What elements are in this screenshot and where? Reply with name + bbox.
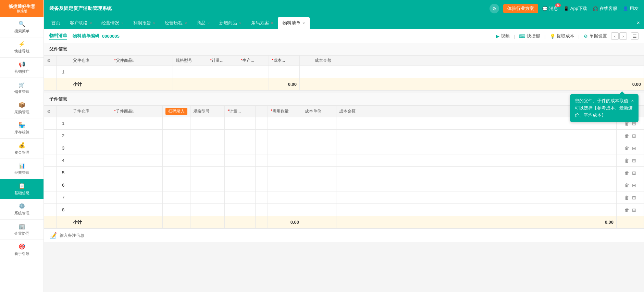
child-row4-warehouse[interactable] xyxy=(70,154,111,167)
topbar-settings-icon[interactable]: ⚙ xyxy=(490,4,499,13)
child-row1-quantity[interactable] xyxy=(225,117,256,130)
child-row4-product[interactable] xyxy=(111,154,163,167)
child-row4-spec[interactable] xyxy=(190,154,225,167)
nav-tab-profit[interactable]: 利润报告× xyxy=(128,17,160,29)
child-row2-warehouse[interactable] xyxy=(70,130,111,142)
shortcut-action[interactable]: ⌨ 快捷键 xyxy=(519,33,540,39)
child-row8-needed[interactable] xyxy=(268,204,302,216)
sidebar-item-basic-info[interactable]: 📋基础信息 xyxy=(0,179,44,199)
parent-row1-quantity[interactable] xyxy=(207,66,238,78)
child-row7-needed[interactable] xyxy=(268,191,302,204)
child-row3-spec[interactable] xyxy=(190,142,225,154)
child-row1-warehouse[interactable] xyxy=(70,117,111,130)
child-row7-product[interactable] xyxy=(111,191,163,204)
delete-icon-row6[interactable]: 🗑 xyxy=(624,183,629,188)
nav-tab-products[interactable]: 商品× xyxy=(192,17,214,29)
online-service-action[interactable]: 🎧 在线客服 xyxy=(593,5,617,12)
sidebar-item-capital[interactable]: 💰资金管理 xyxy=(0,139,44,159)
sidebar-item-enterprise[interactable]: 🏢企业协同 xyxy=(0,220,44,240)
child-row4-quantity[interactable] xyxy=(225,154,256,167)
sidebar-item-guide[interactable]: 🎯新手引导 xyxy=(0,240,44,260)
copy-icon-row4[interactable]: ⊞ xyxy=(632,158,636,163)
copy-icon-row3[interactable]: ⊞ xyxy=(632,145,636,151)
child-row8-quantity[interactable] xyxy=(225,204,256,216)
sub-tab-bom-list[interactable]: 物料清单 xyxy=(49,32,67,40)
child-row7-quantity[interactable] xyxy=(225,191,256,204)
delete-icon-row4[interactable]: 🗑 xyxy=(624,158,629,163)
list-view-icon[interactable]: ☰ xyxy=(631,32,639,40)
child-row5-warehouse[interactable] xyxy=(70,167,111,179)
parent-row1-cost[interactable] xyxy=(269,66,300,78)
child-row3-quantity[interactable] xyxy=(225,142,256,154)
child-row1-product[interactable] xyxy=(111,117,163,130)
user-action[interactable]: 👤 用友 xyxy=(623,5,639,12)
close-all-tabs[interactable]: × xyxy=(635,19,641,27)
child-row5-unit-cost[interactable] xyxy=(302,167,336,179)
child-row5-spec[interactable] xyxy=(190,167,225,179)
parent-row1-product[interactable] xyxy=(111,66,173,78)
sidebar-item-inventory[interactable]: 🏪库存核算 xyxy=(0,118,44,139)
delete-icon-row3[interactable]: 🗑 xyxy=(624,145,629,151)
child-row7-warehouse[interactable] xyxy=(70,191,111,204)
delete-icon-row5[interactable]: 🗑 xyxy=(624,170,629,176)
nav-tab-close-bom[interactable]: × xyxy=(302,21,305,25)
sidebar-item-quick-nav[interactable]: ⚡快捷导航 xyxy=(0,37,44,58)
nav-tab-history[interactable]: 经营历程× xyxy=(160,17,191,29)
child-row6-needed[interactable] xyxy=(268,179,302,191)
trial-button[interactable]: 体验行业方案 xyxy=(503,4,538,13)
sidebar-item-system[interactable]: ⚙️系统管理 xyxy=(0,199,44,220)
nav-tab-operations[interactable]: 经营情况× xyxy=(97,17,128,29)
child-row3-warehouse[interactable] xyxy=(70,142,111,154)
child-row5-needed[interactable] xyxy=(268,167,302,179)
child-row8-spec[interactable] xyxy=(190,204,225,216)
delete-icon-row2[interactable]: 🗑 xyxy=(624,133,629,139)
child-row6-product[interactable] xyxy=(111,179,163,191)
copy-icon-row5[interactable]: ⊞ xyxy=(632,170,636,176)
child-row8-unit-cost[interactable] xyxy=(302,204,336,216)
app-download-action[interactable]: 📱 App下载 xyxy=(564,5,587,12)
child-row2-spec[interactable] xyxy=(190,130,225,142)
nav-tab-home[interactable]: 首页 xyxy=(47,17,65,29)
child-row7-spec[interactable] xyxy=(190,191,225,204)
sidebar-item-marketing[interactable]: 📢营销推广 xyxy=(0,58,44,78)
nav-tab-close-products[interactable]: × xyxy=(208,21,210,25)
child-row2-product[interactable] xyxy=(111,130,163,142)
nav-tab-barcode[interactable]: 条码方案× xyxy=(246,17,278,29)
next-arrow[interactable]: › xyxy=(619,32,627,40)
copy-icon-row6[interactable]: ⊞ xyxy=(632,183,636,188)
child-row4-needed[interactable] xyxy=(268,154,302,167)
child-row2-quantity[interactable] xyxy=(225,130,256,142)
child-row3-unit-cost[interactable] xyxy=(302,142,336,154)
parent-row1-spec[interactable] xyxy=(173,66,207,78)
doc-settings-action[interactable]: ⚙ 单据设置 xyxy=(584,33,607,39)
nav-tab-new-product[interactable]: 新增商品× xyxy=(214,17,246,29)
sidebar-item-operation[interactable]: 📊经营管理 xyxy=(0,159,44,179)
copy-icon-row2[interactable]: ⊞ xyxy=(632,133,636,139)
nav-tab-close-history[interactable]: × xyxy=(185,21,187,25)
child-row8-warehouse[interactable] xyxy=(70,204,111,216)
child-row5-product[interactable] xyxy=(111,167,163,179)
child-row1-spec[interactable] xyxy=(190,117,225,130)
child-row1-needed[interactable] xyxy=(268,117,302,130)
child-row6-warehouse[interactable] xyxy=(70,179,111,191)
sidebar-item-search[interactable]: 🔍搜索菜单 xyxy=(0,17,44,37)
parent-row1-warehouse[interactable] xyxy=(70,66,111,78)
sidebar-item-purchase[interactable]: 📦采购管理 xyxy=(0,98,44,118)
scan-input-button[interactable]: 扫码录入 xyxy=(165,108,187,115)
parent-row1-production[interactable] xyxy=(238,66,269,78)
child-row3-product[interactable] xyxy=(111,142,163,154)
nav-tab-close-new-product[interactable]: × xyxy=(239,21,241,25)
child-row7-unit-cost[interactable] xyxy=(302,191,336,204)
child-row5-quantity[interactable] xyxy=(225,167,256,179)
sidebar-item-sales[interactable]: 🛒销售管理 xyxy=(0,78,44,98)
prev-arrow[interactable]: ‹ xyxy=(611,32,619,40)
nav-tab-close-customers[interactable]: × xyxy=(90,21,92,25)
child-row6-spec[interactable] xyxy=(190,179,225,191)
child-row4-unit-cost[interactable] xyxy=(302,154,336,167)
child-row6-unit-cost[interactable] xyxy=(302,179,336,191)
nav-tab-close-operations[interactable]: × xyxy=(121,21,123,25)
child-row1-unit-cost[interactable] xyxy=(302,117,336,130)
delete-icon-row8[interactable]: 🗑 xyxy=(624,207,629,213)
note-input[interactable] xyxy=(60,233,639,238)
child-row6-quantity[interactable] xyxy=(225,179,256,191)
